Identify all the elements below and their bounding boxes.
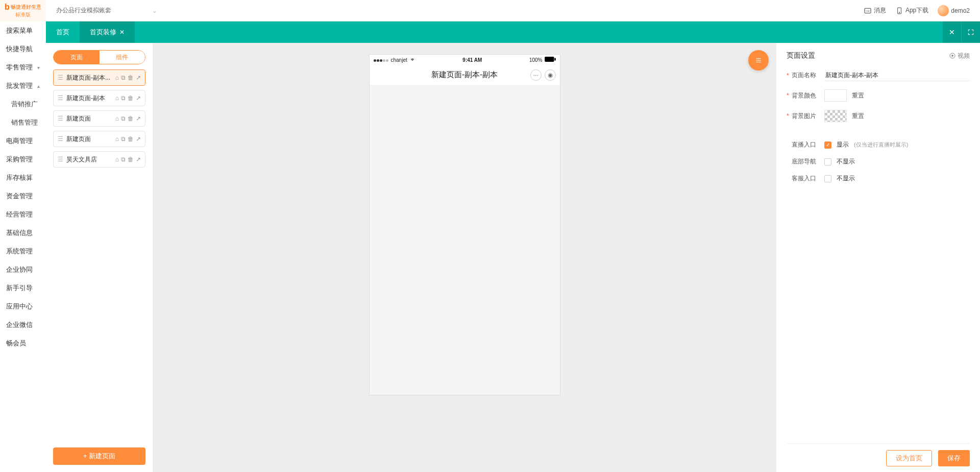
org-name: 办公品行业模拟账套 (56, 6, 111, 15)
copy-icon[interactable]: ⧉ (121, 95, 126, 102)
copy-icon[interactable]: ⧉ (121, 115, 126, 122)
sidebar-item-quick[interactable]: 快捷导航 (0, 40, 46, 58)
delete-icon[interactable]: 🗑 (128, 115, 134, 122)
settings-title: 页面设置 (787, 51, 815, 60)
sidebar-item-guide[interactable]: 新手引导 (0, 279, 46, 297)
sidebar-item-appcenter[interactable]: 应用中心 (0, 297, 46, 316)
messages-button[interactable]: 消息 (864, 6, 886, 15)
drag-handle-icon[interactable]: ☰ (58, 115, 63, 122)
sidebar-item-coop[interactable]: 企业协同 (0, 261, 46, 279)
page-item-name: 新建页面-副本 (66, 94, 112, 103)
home-icon[interactable]: ⌂ (115, 135, 119, 143)
service-label: 不显示 (837, 174, 855, 183)
page-name-input[interactable] (824, 69, 970, 81)
sidebar-item-sales[interactable]: 销售管理 (0, 113, 46, 132)
page-list-panel: 页面 组件 ☰ 新建页面-副本... ⌂ ⧉ 🗑 ↗ (46, 43, 153, 472)
video-help-link[interactable]: 视频 (949, 52, 970, 60)
bg-color-swatch[interactable] (824, 89, 847, 102)
svg-rect-7 (554, 58, 556, 61)
bg-image-swatch[interactable] (824, 110, 847, 122)
tab-close-button[interactable]: ✕ (943, 21, 961, 43)
delete-icon[interactable]: 🗑 (128, 74, 134, 81)
share-icon[interactable]: ↗ (136, 95, 141, 102)
more-icon[interactable]: ··· (530, 69, 542, 81)
sidebar-item-ecommerce[interactable]: 电商管理 (0, 132, 46, 150)
avatar (938, 5, 949, 16)
segment-page[interactable]: 页面 (54, 51, 100, 64)
share-icon[interactable]: ↗ (136, 156, 141, 163)
settings-footer: 设为首页 保存 (787, 443, 970, 472)
app-download-label: App下载 (905, 6, 928, 15)
menu-fab-button[interactable] (748, 50, 769, 70)
drag-handle-icon[interactable]: ☰ (58, 135, 63, 143)
copy-icon[interactable]: ⧉ (121, 156, 126, 163)
delete-icon[interactable]: 🗑 (128, 95, 134, 102)
page-item[interactable]: ☰ 新建页面-副本... ⌂ ⧉ 🗑 ↗ (53, 69, 145, 86)
new-page-button[interactable]: + 新建页面 (53, 447, 145, 465)
tab-fullscreen-button[interactable] (962, 21, 980, 43)
svg-marker-9 (952, 55, 953, 57)
field-live-entry: 直播入口 ✓ 显示 (仅当进行直播时展示) (787, 140, 970, 149)
segment-control: 页面 组件 (53, 50, 145, 64)
bottom-nav-checkbox[interactable] (824, 158, 831, 166)
home-icon[interactable]: ⌂ (115, 74, 119, 81)
set-home-button[interactable]: 设为首页 (886, 450, 932, 466)
phone-body[interactable] (370, 85, 560, 395)
brand-name: 畅捷通好生意 (11, 4, 41, 11)
sidebar-item-operation[interactable]: 经营管理 (0, 205, 46, 224)
sidebar-item-search[interactable]: 搜索菜单 (0, 21, 46, 40)
field-service-entry: 客服入口 不显示 (787, 174, 970, 183)
svg-rect-6 (545, 57, 554, 62)
sidebar-item-funds[interactable]: 资金管理 (0, 187, 46, 205)
target-icon[interactable]: ◉ (545, 69, 556, 81)
page-item[interactable]: ☰ 新建页面-副本 ⌂⧉🗑↗ (53, 90, 145, 106)
delete-icon[interactable]: 🗑 (128, 135, 134, 143)
bg-color-reset[interactable]: 重置 (852, 91, 864, 100)
save-button[interactable]: 保存 (938, 450, 970, 466)
sidebar-item-marketing[interactable]: 营销推广 (0, 95, 46, 113)
svg-point-2 (899, 12, 899, 12)
live-show-label: 显示 (837, 140, 849, 149)
share-icon[interactable]: ↗ (136, 74, 141, 81)
app-download-button[interactable]: App下载 (895, 6, 928, 15)
page-item[interactable]: ☰ 昊天文具店 ⌂⧉🗑↗ (53, 151, 145, 168)
brand-logo: b 畅捷通好生意 标准版 (0, 0, 46, 21)
sidebar-item-wholesale[interactable]: 批发管理▴ (0, 77, 46, 95)
sidebar-item-purchase[interactable]: 采购管理 (0, 150, 46, 169)
sidebar-item-inventory[interactable]: 库存核算 (0, 169, 46, 187)
close-icon[interactable]: ✕ (119, 29, 125, 36)
settings-panel: 页面设置 视频 * 页面名称 * (776, 43, 980, 472)
copy-icon[interactable]: ⧉ (121, 135, 126, 143)
service-checkbox[interactable] (824, 175, 831, 182)
home-icon[interactable]: ⌂ (115, 156, 119, 163)
org-selector[interactable]: 办公品行业模拟账套 ⌄ (56, 6, 157, 15)
share-icon[interactable]: ↗ (136, 135, 141, 143)
home-icon[interactable]: ⌂ (115, 115, 119, 122)
tab-home[interactable]: 首页 (46, 21, 80, 43)
drag-handle-icon[interactable]: ☰ (58, 156, 63, 163)
share-icon[interactable]: ↗ (136, 115, 141, 122)
tab-decor[interactable]: 首页装修 ✕ (80, 21, 135, 43)
sidebar-item-base[interactable]: 基础信息 (0, 224, 46, 242)
delete-icon[interactable]: 🗑 (128, 156, 134, 163)
field-bg-image: * 背景图片 重置 (787, 110, 970, 122)
page-item-name: 昊天文具店 (66, 155, 112, 164)
drag-handle-icon[interactable]: ☰ (58, 74, 63, 81)
phone-page-title: 新建页面-副本-副本 (431, 70, 498, 80)
drag-handle-icon[interactable]: ☰ (58, 95, 63, 102)
copy-icon[interactable]: ⧉ (121, 74, 126, 81)
segment-component[interactable]: 组件 (100, 51, 145, 64)
phone-title-bar: 新建页面-副本-副本 ··· ◉ (370, 65, 560, 85)
sidebar-item-system[interactable]: 系统管理 (0, 242, 46, 261)
bg-image-reset[interactable]: 重置 (852, 112, 864, 121)
live-show-checkbox[interactable]: ✓ (824, 141, 831, 149)
user-menu[interactable]: demo2 (938, 5, 970, 16)
field-bg-color: * 背景颜色 重置 (787, 89, 970, 102)
phone-icon (895, 7, 903, 15)
page-item[interactable]: ☰ 新建页面 ⌂⧉🗑↗ (53, 131, 145, 147)
page-item[interactable]: ☰ 新建页面 ⌂⧉🗑↗ (53, 110, 145, 127)
home-icon[interactable]: ⌂ (115, 95, 119, 102)
sidebar-item-wecom[interactable]: 企业微信 (0, 316, 46, 334)
sidebar-item-retail[interactable]: 零售管理▾ (0, 58, 46, 77)
sidebar-item-member[interactable]: 畅会员 (0, 334, 46, 352)
